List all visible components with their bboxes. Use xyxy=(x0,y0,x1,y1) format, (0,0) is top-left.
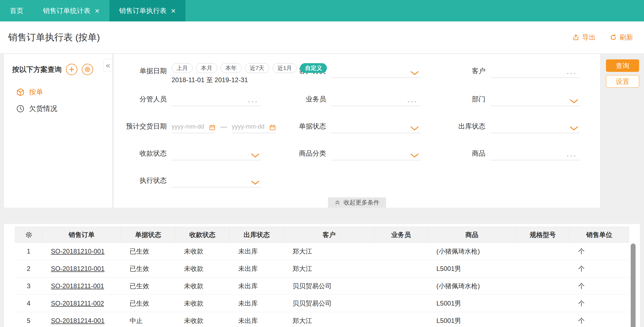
row-index: 2 xyxy=(15,260,42,277)
order-link[interactable]: SO-20181214-001 xyxy=(51,317,105,324)
customer-cell: 贝贝贸易公司 xyxy=(284,295,374,312)
ellipsis-icon: ··· xyxy=(566,151,577,159)
salesman-cell xyxy=(374,312,428,327)
spec-cell xyxy=(516,295,570,312)
pill-last-7-days[interactable]: 近7天 xyxy=(245,63,269,73)
product-cell: L5001男 xyxy=(428,312,516,327)
sidebar-title: 按以下方案查询 xyxy=(12,65,62,74)
tab-label: 销售订单执行表 xyxy=(119,6,167,15)
settings-button[interactable]: 设置 xyxy=(606,75,639,88)
filter-label: 分管人员 xyxy=(116,91,167,104)
pay-status-select[interactable] xyxy=(172,146,261,160)
product-picker[interactable]: ··· xyxy=(490,146,580,160)
results-table-panel: 销售订单 单据状态 收款状态 出库状态 客户 业务员 商品 规格型号 销售单位 … xyxy=(4,224,640,327)
salesman-cell xyxy=(374,277,428,295)
filter-label: 商品 xyxy=(435,146,485,158)
column-settings-button[interactable] xyxy=(15,227,42,243)
unit-cell: 个 xyxy=(570,260,629,277)
pill-last-month[interactable]: 上月 xyxy=(172,63,193,73)
column-header: 销售订单 xyxy=(42,227,121,243)
filter-product: 商品 ··· xyxy=(435,146,595,160)
scheme-settings-button[interactable] xyxy=(82,64,93,75)
close-icon[interactable]: × xyxy=(171,7,176,15)
column-header: 业务员 xyxy=(374,227,428,243)
sidebar-item-shortage[interactable]: 欠货情况 xyxy=(4,100,112,117)
collapse-more-filters-button[interactable]: 收起更多条件 xyxy=(328,197,386,208)
row-index: 4 xyxy=(15,295,42,312)
close-icon[interactable]: × xyxy=(95,7,100,15)
tab-home[interactable]: 首页 xyxy=(0,0,33,21)
collapse-sidebar-button[interactable]: « xyxy=(103,59,112,72)
doc-status-cell: 中止 xyxy=(121,312,175,327)
doc-date-range-value[interactable]: 2018-11-01 至 2019-12-31 xyxy=(172,76,327,84)
sidebar-item-by-order[interactable]: 按单 xyxy=(4,84,112,100)
salesman-picker[interactable]: ··· xyxy=(331,91,420,106)
collapse-icon: « xyxy=(106,61,110,70)
filter-panel: 单据日期 上月 本月 本年 近7天 近1月 自定义 2018-11-01 至 2… xyxy=(114,54,600,208)
date-placeholder: yyyy-mm-dd xyxy=(172,123,204,130)
out-status-cell: 未出库 xyxy=(230,295,284,312)
filter-department: 部门 xyxy=(435,91,595,106)
customer-picker[interactable]: ··· xyxy=(490,63,580,78)
out-status-cell: 未出库 xyxy=(230,260,284,277)
pill-this-month[interactable]: 本月 xyxy=(196,63,217,73)
filter-delivery-date: 预计交货日期 yyyy-mm-dd — yyyy-mm-dd xyxy=(116,118,276,133)
filter-manager: 分管人员 ··· xyxy=(116,91,276,106)
filter-label: 收款状态 xyxy=(116,146,167,158)
order-link[interactable]: SO-20181211-001 xyxy=(51,282,104,290)
column-header: 商品 xyxy=(428,227,516,243)
column-header: 收款状态 xyxy=(175,227,230,243)
column-header: 客户 xyxy=(284,227,374,243)
pay-status-cell: 未收款 xyxy=(175,312,230,327)
add-scheme-button[interactable] xyxy=(66,64,77,75)
doc-status-cell: 已生效 xyxy=(121,295,175,312)
pay-status-cell: 未收款 xyxy=(175,295,230,312)
query-button[interactable]: 查询 xyxy=(606,59,639,72)
warehouse-status-select[interactable] xyxy=(490,118,580,133)
exec-status-select[interactable] xyxy=(172,173,261,187)
date-separator: — xyxy=(220,123,227,130)
filter-warehouse-status: 出库状态 xyxy=(435,118,595,133)
tab-sales-order-execution[interactable]: 销售订单执行表 × xyxy=(109,0,186,21)
department-select[interactable] xyxy=(490,91,580,106)
header-actions: 导出 刷新 xyxy=(572,33,633,42)
doc-status-select[interactable] xyxy=(331,118,420,133)
spec-cell xyxy=(516,277,570,295)
sidebar-item-label: 按单 xyxy=(29,87,43,97)
table-row: 5 SO-20181214-001 中止 未收款 未出库 郑大江 L5001男 … xyxy=(15,312,629,327)
manager-picker[interactable]: ··· xyxy=(172,91,261,106)
order-link[interactable]: SO-20181211-002 xyxy=(51,300,104,307)
tab-sales-order-stats[interactable]: 销售订单统计表 × xyxy=(33,0,109,21)
order-link[interactable]: SO-20181210-001 xyxy=(51,248,105,255)
double-chevron-up-icon xyxy=(334,200,340,205)
pill-last-1-month[interactable]: 近1月 xyxy=(273,63,297,73)
pill-custom-range[interactable]: 自定义 xyxy=(300,63,327,73)
delivery-start-input[interactable]: yyyy-mm-dd xyxy=(172,118,216,133)
table-row: 1 SO-20181210-001 已生效 未收款 未出库 郑大江 (小猪佩琦水… xyxy=(15,243,629,260)
export-button[interactable]: 导出 xyxy=(572,33,596,42)
plus-icon xyxy=(69,66,75,72)
customer-cell: 郑大江 xyxy=(284,312,374,327)
customer-category-select[interactable] xyxy=(331,63,420,78)
salesman-cell xyxy=(374,243,428,260)
delivery-end-input[interactable]: yyyy-mm-dd xyxy=(232,118,276,133)
column-header: 单据状态 xyxy=(121,227,175,243)
chevron-down-icon xyxy=(570,99,578,104)
filter-label: 单据日期 xyxy=(116,63,167,75)
vertical-scrollbar-thumb[interactable] xyxy=(631,243,636,327)
order-link[interactable]: SO-20181210-001 xyxy=(51,265,105,272)
out-status-cell: 未出库 xyxy=(230,312,284,327)
pill-this-year[interactable]: 本年 xyxy=(220,63,242,73)
product-cell: L5001男 xyxy=(428,260,516,277)
tab-label: 首页 xyxy=(10,6,23,15)
salesman-cell xyxy=(374,295,428,312)
filter-label: 部门 xyxy=(435,91,485,104)
product-category-select[interactable] xyxy=(331,146,420,160)
row-index: 1 xyxy=(15,243,42,260)
order-cell: SO-20181211-002 xyxy=(42,295,121,312)
filter-label: 出库状态 xyxy=(435,118,485,131)
refresh-button[interactable]: 刷新 xyxy=(610,33,633,42)
tab-label: 销售订单统计表 xyxy=(43,6,90,15)
chevron-down-icon xyxy=(251,181,259,185)
unit-cell: 个 xyxy=(570,295,629,312)
